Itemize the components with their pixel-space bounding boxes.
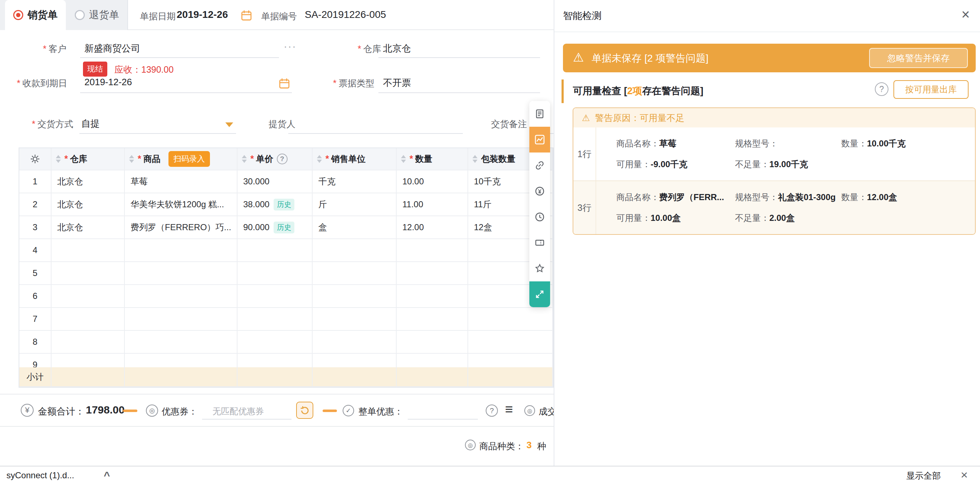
coupon-input[interactable]: 无匹配优惠券 (212, 406, 264, 417)
cell-price[interactable] (237, 285, 313, 308)
menu-icon[interactable]: ≡ (505, 402, 513, 417)
picker-input-underline[interactable] (288, 133, 463, 134)
cell-quantity[interactable] (397, 239, 468, 262)
coupon-input-underline[interactable] (202, 419, 291, 420)
coupon-refresh-button[interactable] (296, 402, 313, 419)
show-all-downloads-button[interactable]: 显示全部 (906, 470, 941, 481)
sort-icon[interactable] (56, 155, 61, 163)
cell-unit[interactable]: 千克 (313, 170, 397, 193)
cell-quantity[interactable]: 12.00 (397, 216, 468, 239)
note-tool-icon[interactable] (529, 101, 550, 127)
cell-price[interactable] (237, 239, 313, 262)
doc-date-value[interactable]: 2019-12-26 (177, 9, 228, 21)
cell-product[interactable] (125, 285, 237, 308)
delivery-method-underline[interactable] (80, 133, 236, 134)
close-downloads-icon[interactable]: × (961, 468, 968, 482)
customer-input-underline[interactable] (80, 57, 279, 58)
calendar-icon[interactable] (240, 9, 253, 21)
cell-product[interactable] (125, 331, 237, 354)
close-icon[interactable]: × (961, 6, 970, 22)
cell-warehouse[interactable]: 北京仓 (51, 216, 125, 239)
order-discount-underline[interactable] (408, 419, 478, 420)
invoice-type-underline[interactable] (379, 93, 540, 93)
cell-pack[interactable] (468, 308, 553, 331)
history-price-tag[interactable]: 历史 (274, 222, 294, 233)
ignore-and-save-button[interactable]: 忽略警告并保存 (869, 48, 968, 68)
sort-icon[interactable] (317, 155, 322, 163)
cell-unit[interactable] (313, 308, 397, 331)
customer-value[interactable]: 新盛商贸公司 (84, 42, 140, 55)
warehouse-input-underline[interactable] (379, 57, 540, 58)
cell-product[interactable] (125, 262, 237, 285)
star-tool-icon[interactable] (529, 256, 550, 281)
link-tool-icon[interactable] (529, 152, 550, 178)
collapse-dash-icon[interactable] (323, 409, 337, 412)
collapse-dash-icon[interactable] (123, 409, 137, 412)
header-price[interactable]: 单价 ? (237, 148, 313, 170)
cell-product[interactable] (125, 239, 237, 262)
warehouse-value[interactable]: 北京仓 (383, 42, 411, 55)
ticket-tool-icon[interactable] (529, 230, 550, 256)
price-help-icon[interactable]: ? (277, 153, 288, 165)
cell-warehouse[interactable] (51, 239, 125, 262)
due-date-value[interactable]: 2019-12-26 (84, 77, 132, 88)
cell-price[interactable]: 30.000 (237, 170, 313, 193)
cell-price[interactable] (237, 262, 313, 285)
cell-quantity[interactable] (397, 308, 468, 331)
help-icon[interactable]: ? (486, 404, 498, 417)
cell-quantity[interactable] (397, 354, 468, 367)
cell-price[interactable] (237, 354, 313, 367)
sort-icon[interactable] (401, 155, 406, 163)
sort-icon[interactable] (473, 155, 477, 163)
cell-warehouse[interactable] (51, 262, 125, 285)
cell-unit[interactable]: 盒 (313, 216, 397, 239)
cell-unit[interactable] (313, 239, 397, 262)
cell-quantity[interactable] (397, 262, 468, 285)
cell-pack[interactable] (468, 354, 553, 367)
download-file-name[interactable]: syConnect (1).d... (6, 470, 74, 481)
cell-product[interactable]: 华美华夫软饼1200g 糕... (125, 193, 237, 216)
cell-unit[interactable] (313, 354, 397, 367)
chevron-down-icon[interactable] (225, 123, 233, 127)
header-quantity[interactable]: 数量 (397, 148, 468, 170)
cell-warehouse[interactable]: 北京仓 (51, 170, 125, 193)
invoice-type-value[interactable]: 不开票 (383, 77, 411, 89)
availability-help-icon[interactable]: ? (875, 82, 888, 96)
cell-pack[interactable] (468, 331, 553, 354)
cell-unit[interactable]: 斤 (313, 193, 397, 216)
cell-warehouse[interactable] (51, 354, 125, 367)
cell-product[interactable] (125, 308, 237, 331)
header-warehouse[interactable]: 仓库 (51, 148, 125, 170)
cell-product[interactable] (125, 354, 237, 367)
header-product[interactable]: 商品 扫码录入 (125, 148, 237, 170)
cell-warehouse[interactable] (51, 285, 125, 308)
sort-icon[interactable] (129, 155, 134, 163)
cell-unit[interactable] (313, 285, 397, 308)
cell-product[interactable]: 费列罗（FERRERO）巧... (125, 216, 237, 239)
coin-tool-icon[interactable] (529, 178, 550, 204)
history-price-tag[interactable]: 历史 (274, 199, 294, 211)
cell-price[interactable] (237, 308, 313, 331)
cell-price[interactable] (237, 331, 313, 354)
due-date-underline[interactable] (80, 93, 292, 93)
outbound-by-availability-button[interactable]: 按可用量出库 (893, 80, 969, 99)
tab-return-order[interactable]: 退货单 (66, 0, 128, 30)
delivery-method-value[interactable]: 自提 (81, 117, 100, 130)
clock-tool-icon[interactable] (529, 204, 550, 230)
cell-warehouse[interactable] (51, 308, 125, 331)
header-sale-unit[interactable]: 销售单位 (313, 148, 397, 170)
cell-unit[interactable] (313, 331, 397, 354)
customer-more-button[interactable]: ··· (284, 40, 296, 52)
cell-price[interactable]: 38.000 历史 (237, 193, 313, 216)
column-settings-gear-icon[interactable] (19, 148, 51, 170)
cell-product[interactable]: 草莓 (125, 170, 237, 193)
caret-up-icon[interactable]: ^ (104, 469, 110, 481)
chart-tool-icon[interactable] (529, 127, 550, 152)
cell-quantity[interactable] (397, 285, 468, 308)
calendar-icon[interactable] (278, 77, 290, 89)
cell-quantity[interactable] (397, 331, 468, 354)
cell-price[interactable]: 90.000 历史 (237, 216, 313, 239)
cell-quantity[interactable]: 10.00 (397, 170, 468, 193)
tab-sales-order[interactable]: 销货单 (5, 0, 66, 30)
sort-icon[interactable] (242, 155, 247, 163)
